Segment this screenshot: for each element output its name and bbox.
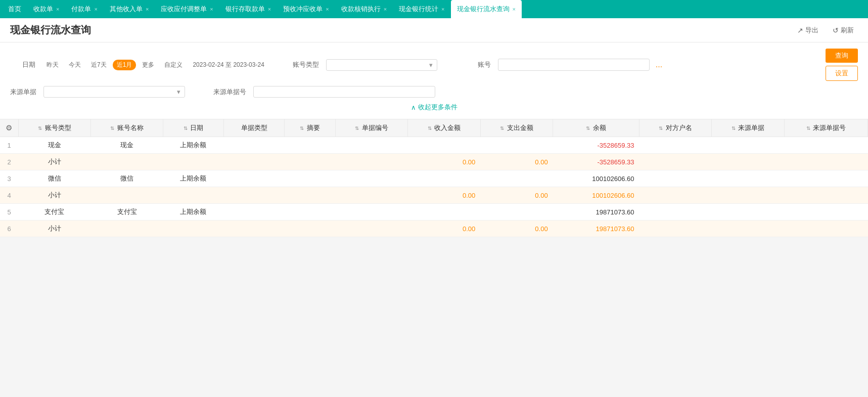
cell-summary (285, 187, 335, 204)
cell-account-name (90, 220, 163, 237)
cell-date: 上期余额 (163, 204, 223, 220)
page-header: 现金银行流水查询 ↗ 导出 ↺ 刷新 (0, 18, 868, 42)
close-tab-3-icon[interactable]: × (210, 0, 213, 18)
account-section: 账号 ... (466, 59, 664, 71)
collapse-bar[interactable]: ∧ 收起更多条件 (10, 100, 858, 113)
cell-doc-no (335, 137, 407, 154)
date-opt-1month[interactable]: 近1月 (113, 60, 136, 70)
cell-no: 1 (0, 137, 18, 154)
cell-balance: 100102606.60 (553, 170, 639, 187)
nav-tab-1[interactable]: 付款单 × (65, 0, 103, 18)
export-icon: ↗ (797, 26, 803, 34)
th-income[interactable]: ⇅ 收入金额 (408, 119, 480, 137)
close-tab-6-icon[interactable]: × (384, 0, 387, 18)
cell-balance: 100102606.60 (553, 187, 639, 204)
date-label: 日期 (10, 60, 35, 69)
date-opt-7days[interactable]: 近7天 (87, 60, 111, 70)
th-doc-no[interactable]: ⇅ 单据编号 (335, 119, 407, 137)
date-opt-today[interactable]: 今天 (65, 60, 85, 70)
table-row: 4 小计 0.00 0.00 100102606.60 (0, 187, 868, 204)
cell-date: 上期余额 (163, 170, 223, 187)
th-balance[interactable]: ⇅ 余额 (553, 119, 639, 137)
cell-balance: -3528659.33 (553, 154, 639, 170)
nav-tab-0[interactable]: 收款单 × (27, 0, 65, 18)
cell-income (408, 204, 480, 220)
date-opt-custom[interactable]: 自定义 (160, 60, 187, 70)
refresh-button[interactable]: ↺ 刷新 (829, 24, 858, 37)
th-counterparty[interactable]: ⇅ 对方户名 (639, 119, 712, 137)
cell-counterparty (639, 170, 712, 187)
sort-icon: ⇅ (38, 125, 42, 131)
th-date[interactable]: ⇅ 日期 (163, 119, 223, 137)
cell-date (163, 220, 223, 237)
source-doc-select[interactable]: ▾ (43, 86, 185, 98)
gear-icon[interactable]: ⚙ (6, 123, 12, 132)
chevron-down-icon: ▾ (429, 61, 433, 69)
cell-summary (285, 204, 335, 220)
close-tab-8-icon[interactable]: × (513, 0, 516, 18)
th-source-doc-no[interactable]: ⇅ 来源单据号 (784, 119, 867, 137)
cell-doc-type (223, 187, 285, 204)
cell-account-name: 现金 (90, 137, 163, 154)
account-type-section: 账号类型 ▾ (293, 59, 437, 71)
nav-tab-3[interactable]: 应收应付调整单 × (155, 0, 219, 18)
nav-home[interactable]: 首页 (2, 0, 27, 18)
nav-tab-6[interactable]: 收款核销执行 × (335, 0, 393, 18)
account-type-select[interactable]: ▾ (326, 59, 437, 71)
cell-source-doc-no (784, 204, 867, 220)
th-doc-type[interactable]: 单据类型 (223, 119, 285, 137)
cell-doc-type (223, 220, 285, 237)
date-opt-more[interactable]: 更多 (138, 60, 158, 70)
cell-income: 0.00 (408, 220, 480, 237)
date-opt-yesterday[interactable]: 昨天 (42, 60, 63, 70)
cell-account-type: 小计 (18, 220, 90, 237)
filter-row-1: 日期 昨天 今天 近7天 近1月 更多 自定义 2023-02-24 至 202… (10, 49, 858, 81)
table-row: 2 小计 0.00 0.00 -3528659.33 (0, 154, 868, 170)
cell-summary (285, 154, 335, 170)
export-button[interactable]: ↗ 导出 (793, 24, 823, 37)
cell-no: 4 (0, 187, 18, 204)
source-doc-no-input[interactable] (253, 86, 435, 98)
th-account-type[interactable]: ⇅ 账号类型 (18, 119, 90, 137)
th-expense[interactable]: ⇅ 支出金额 (480, 119, 553, 137)
cell-account-name (90, 187, 163, 204)
close-tab-2-icon[interactable]: × (146, 0, 149, 18)
nav-tab-4[interactable]: 银行存取款单 × (219, 0, 277, 18)
cell-summary (285, 220, 335, 237)
account-dots[interactable]: ... (654, 60, 664, 69)
source-doc-no-section: 来源单据号 (213, 86, 435, 98)
cell-account-name (90, 154, 163, 170)
nav-tab-2[interactable]: 其他收入单 × (104, 0, 155, 18)
cell-summary (285, 170, 335, 187)
cell-doc-no (335, 204, 407, 220)
page-title: 现金银行流水查询 (10, 23, 91, 37)
query-button[interactable]: 查询 (826, 49, 858, 63)
close-tab-1-icon[interactable]: × (94, 0, 97, 18)
sort-icon: ⇅ (500, 125, 504, 131)
close-tab-0-icon[interactable]: × (56, 0, 59, 18)
cell-doc-no (335, 154, 407, 170)
th-source-doc[interactable]: ⇅ 来源单据 (712, 119, 784, 137)
cell-date: 上期余额 (163, 137, 223, 154)
nav-tab-7[interactable]: 现金银行统计 × (393, 0, 450, 18)
collapse-label: 收起更多条件 (418, 103, 458, 112)
sort-icon: ⇅ (300, 125, 304, 131)
cell-income (408, 137, 480, 154)
account-input[interactable] (498, 59, 650, 71)
cell-source-doc (712, 154, 784, 170)
header-actions: ↗ 导出 ↺ 刷新 (793, 24, 858, 37)
th-account-name[interactable]: ⇅ 账号名称 (90, 119, 163, 137)
close-tab-5-icon[interactable]: × (326, 0, 329, 18)
cell-counterparty (639, 187, 712, 204)
cell-summary (285, 137, 335, 154)
table-header-row: ⚙ ⇅ 账号类型 ⇅ 账号名称 ⇅ 日期 单据类型 ⇅ (0, 119, 868, 137)
close-tab-4-icon[interactable]: × (268, 0, 271, 18)
nav-tab-8[interactable]: 现金银行流水查询 × (451, 0, 522, 18)
close-tab-7-icon[interactable]: × (441, 0, 444, 18)
settings-button[interactable]: 设置 (826, 66, 858, 81)
th-summary[interactable]: ⇅ 摘要 (285, 119, 335, 137)
source-doc-no-label: 来源单据号 (213, 87, 246, 97)
nav-tab-5[interactable]: 预收冲应收单 × (277, 0, 335, 18)
cell-no: 2 (0, 154, 18, 170)
top-nav: 首页 收款单 × 付款单 × 其他收入单 × 应收应付调整单 × 银行存取款单 … (0, 0, 868, 18)
